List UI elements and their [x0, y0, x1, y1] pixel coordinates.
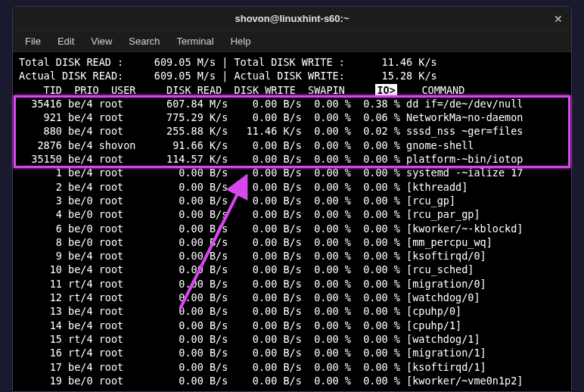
table-row: 11 rt/4 root 0.00 B/s 0.00 B/s 0.00 % 0.… [19, 277, 565, 291]
menu-edit[interactable]: Edit [50, 33, 82, 49]
menu-view[interactable]: View [83, 33, 120, 49]
col-tid: TID [19, 84, 62, 96]
table-row: 13 be/4 root 0.00 B/s 0.00 B/s 0.00 % 0.… [19, 304, 565, 318]
table-row: 2 be/4 root 0.00 B/s 0.00 B/s 0.00 % 0.0… [19, 180, 565, 194]
table-row: 9 be/4 root 0.00 B/s 0.00 B/s 0.00 % 0.0… [19, 249, 565, 263]
col-write: DISK WRITE [222, 84, 296, 96]
menu-search[interactable]: Search [121, 33, 167, 49]
table-row: 35150 be/4 root 114.57 K/s 0.00 B/s 0.00… [19, 152, 565, 166]
menubar: File Edit View Search Terminal Help [13, 31, 571, 52]
table-row: 14 be/4 root 0.00 B/s 0.00 B/s 0.00 % 0.… [19, 319, 565, 332]
close-icon[interactable]: ✕ [551, 12, 565, 26]
table-row: 4 be/0 root 0.00 B/s 0.00 B/s 0.00 % 0.0… [19, 207, 565, 221]
col-command: COMMAND [397, 84, 514, 96]
col-user: USER [99, 84, 136, 96]
table-row: 6 be/0 root 0.00 B/s 0.00 B/s 0.00 % 0.0… [19, 222, 565, 235]
table-row: 19 be/0 root 0.00 B/s 0.00 B/s 0.00 % 0.… [19, 374, 565, 387]
table-row: 2876 be/4 shovon 91.66 K/s 0.00 B/s 0.00… [19, 138, 565, 152]
menu-terminal[interactable]: Terminal [169, 33, 222, 49]
column-header-row: TID PRIO USER DISK READ DISK WRITE SWAPI… [19, 83, 565, 97]
process-rows: 35416 be/4 root 607.84 M/s 0.00 B/s 0.00… [19, 97, 565, 387]
menu-file[interactable]: File [17, 33, 48, 49]
terminal-window: shovon@linuxhint-s60:~ ✕ File Edit View … [12, 6, 572, 392]
table-row: 880 be/4 root 255.88 K/s 11.46 K/s 0.00 … [19, 124, 565, 138]
col-prio: PRIO [62, 84, 99, 96]
table-row: 10 be/4 root 0.00 B/s 0.00 B/s 0.00 % 0.… [19, 263, 565, 276]
col-io-sorted: IO> [375, 84, 396, 96]
col-read: DISK READ [135, 84, 222, 96]
table-row: 16 rt/4 root 0.00 B/s 0.00 B/s 0.00 % 0.… [19, 346, 565, 359]
table-row: 35416 be/4 root 607.84 M/s 0.00 B/s 0.00… [19, 97, 565, 110]
table-row: 8 be/0 root 0.00 B/s 0.00 B/s 0.00 % 0.0… [19, 235, 565, 249]
table-row: 17 be/4 root 0.00 B/s 0.00 B/s 0.00 % 0.… [19, 360, 565, 374]
table-row: 15 rt/4 root 0.00 B/s 0.00 B/s 0.00 % 0.… [19, 332, 565, 346]
table-row: 1 be/4 root 0.00 B/s 0.00 B/s 0.00 % 0.0… [19, 166, 565, 179]
col-swapin: SWAPIN [296, 84, 345, 96]
terminal-output[interactable]: Total DISK READ : 609.05 M/s | Total DIS… [13, 52, 571, 391]
window-title: shovon@linuxhint-s60:~ [235, 13, 349, 24]
titlebar[interactable]: shovon@linuxhint-s60:~ ✕ [13, 7, 571, 31]
menu-help[interactable]: Help [223, 33, 259, 49]
summary-total: Total DISK READ : 609.05 M/s | Total DIS… [19, 55, 565, 69]
table-row: 12 rt/4 root 0.00 B/s 0.00 B/s 0.00 % 0.… [19, 291, 565, 304]
table-row: 3 be/0 root 0.00 B/s 0.00 B/s 0.00 % 0.0… [19, 194, 565, 207]
summary-actual: Actual DISK READ: 609.05 M/s | Actual DI… [19, 69, 565, 82]
table-row: 921 be/4 root 775.29 K/s 0.00 B/s 0.00 %… [19, 110, 565, 124]
